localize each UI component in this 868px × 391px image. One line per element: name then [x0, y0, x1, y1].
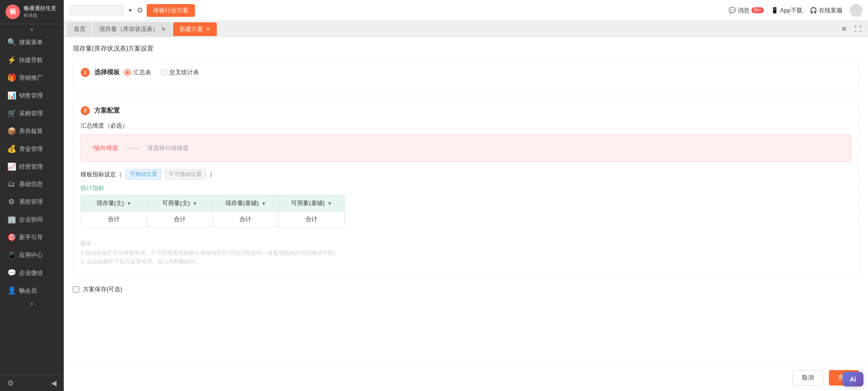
stats-col-chevron-2[interactable]: ▼ — [261, 201, 266, 206]
dimension-label: *纵向维度 — [92, 144, 118, 152]
section-choose-template: 1 选择模板 汇总表 交叉统计表 — [73, 60, 859, 91]
search-input[interactable] — [69, 5, 124, 16]
cancel-button[interactable]: 取消 — [792, 370, 823, 386]
topbar-right: 💬 消息 99+ 📱 App下载 🎧 在线客服 — [729, 4, 863, 17]
sidebar-label-enterprise-wechat: 企业微信 — [19, 269, 43, 277]
sidebar-item-app-center[interactable]: 📱应用中心 — [0, 246, 64, 264]
stats-data-cell-2: 合计 — [213, 211, 279, 227]
section2-header: 2 方案配置 — [81, 106, 851, 115]
sidebar-item-search-menu[interactable]: 🔍搜索菜单 — [0, 33, 64, 51]
topbar: ▼ ⚙ 体验行业方案 💬 消息 99+ 📱 App下载 🎧 在线客服 — [64, 0, 868, 21]
section1-header: 1 选择模板 汇总表 交叉统计表 — [81, 68, 851, 77]
sidebar-bottom: ⚙ ◀ — [0, 375, 64, 391]
stats-data-row: 合计合计合计合计 — [81, 211, 344, 227]
collapse-icon[interactable]: ◀ — [51, 379, 56, 387]
sidebar-icon-operations: 📈 — [7, 162, 15, 171]
sidebar-item-system[interactable]: ⚙系统管理 — [0, 193, 64, 211]
stats-data-cell-0: 合计 — [81, 211, 147, 227]
sidebar-label-sales: 销售管理 — [19, 92, 43, 100]
tab-home[interactable]: 首页 — [67, 22, 92, 36]
sidebar-scroll-down[interactable]: ▼ — [0, 299, 64, 309]
sidebar-label-finance: 资金管理 — [19, 145, 43, 153]
movable-badge: 可拖动位置 — [126, 169, 161, 180]
sidebar-item-purchase[interactable]: 🛒采购管理 — [0, 104, 64, 122]
stats-header-cell-3[interactable]: 可用量(基辅)▼ — [279, 196, 344, 211]
radio-summary[interactable]: 汇总表 — [124, 68, 151, 77]
sidebar-item-enterprise-wechat[interactable]: 💬企业微信 — [0, 264, 64, 282]
indicator-settings: 模板指标设定（ 可拖动位置 不可拖动位置 ） — [81, 169, 851, 180]
radio-cross-circle — [160, 69, 167, 76]
page-title: 现存量(库存状况表)方案设置 — [73, 45, 859, 53]
sidebar-icon-enterprise: 🏢 — [7, 215, 15, 224]
sidebar-label-basic-info: 基础信息 — [19, 180, 43, 188]
ai-float-button[interactable]: Ai — [842, 372, 863, 386]
sidebar-item-inventory[interactable]: 📦库存核算 — [0, 122, 64, 140]
sidebar-item-new-guide[interactable]: 🎯新手引导 — [0, 228, 64, 246]
stats-title: 统计指标 — [81, 184, 851, 192]
content-area: 现存量(库存状况表)方案设置 1 选择模板 汇总表 交叉统计表 — [64, 37, 868, 364]
section2-title: 方案配置 — [94, 107, 120, 115]
sidebar-icon-member: 👤 — [7, 286, 15, 295]
topbar-left: ▼ ⚙ 体验行业方案 — [69, 4, 725, 17]
tab-new-scheme[interactable]: 新建方案 ✕ — [173, 22, 217, 36]
sidebar-icon-basic-info: 🗂 — [7, 180, 15, 188]
sidebar-label-purchase: 采购管理 — [19, 109, 43, 118]
sidebar-scroll-up[interactable]: ▲ — [0, 24, 64, 33]
window-expand-icon[interactable]: ⛶ — [852, 24, 864, 34]
sidebar-item-basic-info[interactable]: 🗂基础信息 — [0, 175, 64, 193]
sidebar-icon-enterprise-wechat: 💬 — [7, 268, 15, 277]
online-service-btn[interactable]: 🎧 在线客服 — [810, 6, 842, 15]
sidebar-item-member[interactable]: 👤畅会员 — [0, 282, 64, 299]
save-checkbox[interactable] — [73, 286, 79, 293]
tab-inventory[interactable]: 现存量（库存状况表） ✕ — [93, 22, 172, 36]
dimension-box[interactable]: *纵向维度 —— 请选择分组维度 — [81, 134, 851, 162]
sidebar-item-marketing[interactable]: 🎁营销推广 — [0, 69, 64, 87]
sidebar-item-operations[interactable]: 📈经营管理 — [0, 158, 64, 175]
sidebar-label-operations: 经营管理 — [19, 163, 43, 171]
sidebar-label-new-guide: 新手引导 — [19, 233, 43, 242]
sidebar-icon-new-guide: 🎯 — [7, 233, 15, 242]
sidebar-label-marketing: 营销推广 — [19, 74, 43, 82]
sidebar-icon-quick-nav: ⚡ — [7, 56, 15, 64]
sidebar-icon-sales: 📊 — [7, 91, 15, 100]
stats-section: 统计指标 现存量(主)▼可用量(主)▼现存量(基辅)▼可用量(基辅)▼ 合计合计… — [81, 184, 851, 229]
sidebar-label-quick-nav: 快捷导航 — [19, 56, 43, 64]
stats-col-chevron-1[interactable]: ▼ — [193, 201, 197, 206]
sidebar-item-quick-nav[interactable]: ⚡快捷导航 — [0, 51, 64, 69]
tips-item-1: 1.拖动标题栏可以调整布局，不可跨维度或指标区域拖动栏目字段(只能在同一维度或指… — [81, 249, 851, 257]
dropdown-icon[interactable]: ▼ — [128, 7, 133, 14]
sidebar-icon-finance: 💰 — [7, 144, 15, 153]
sidebar-icon-inventory: 📦 — [7, 127, 15, 135]
fixed-badge: 不可拖动位置 — [165, 169, 206, 180]
sidebar-item-sales[interactable]: 📊销售管理 — [0, 87, 64, 104]
sidebar-item-enterprise[interactable]: 🏢企业协同 — [0, 211, 64, 228]
section-plan-config: 2 方案配置 汇总维度（必选） *纵向维度 —— 请选择分组维度 模板指标设定（… — [73, 98, 859, 278]
stats-col-chevron-3[interactable]: ▼ — [327, 201, 332, 206]
section1-title: 选择模板 — [94, 68, 120, 77]
messages-btn[interactable]: 💬 消息 99+ — [729, 6, 764, 15]
dimension-placeholder[interactable]: 请选择分组维度 — [147, 144, 189, 152]
stats-header-cell-0[interactable]: 现存量(主)▼ — [81, 196, 147, 211]
radio-cross[interactable]: 交叉统计表 — [160, 68, 199, 77]
config-label: 汇总维度（必选） — [81, 122, 851, 130]
window-close-icon[interactable]: ✕ — [838, 24, 850, 34]
topbar-gear-icon[interactable]: ⚙ — [137, 6, 143, 15]
tab-new-scheme-close[interactable]: ✕ — [206, 26, 210, 32]
sidebar-icon-search-menu: 🔍 — [7, 38, 15, 46]
sidebar-label-app-center: 应用中心 — [19, 251, 43, 259]
settings-icon[interactable]: ⚙ — [7, 379, 14, 387]
tab-inventory-close[interactable]: ✕ — [161, 26, 166, 32]
stats-header-cell-1[interactable]: 可用量(主)▼ — [147, 196, 213, 211]
section2-number: 2 — [81, 106, 90, 115]
sidebar-item-finance[interactable]: 💰资金管理 — [0, 140, 64, 158]
app-download-btn[interactable]: 📱 App下载 — [771, 6, 802, 15]
industry-btn[interactable]: 体验行业方案 — [147, 4, 195, 17]
sidebar-label-enterprise: 企业协同 — [19, 216, 43, 224]
main-area: ▼ ⚙ 体验行业方案 💬 消息 99+ 📱 App下载 🎧 在线客服 首页 — [64, 0, 868, 391]
tabbar: 首页 现存量（库存状况表） ✕ 新建方案 ✕ ✕ ⛶ — [64, 21, 868, 37]
stats-data-cell-3: 合计 — [279, 211, 344, 227]
template-radio-group: 汇总表 交叉统计表 — [124, 68, 199, 77]
stats-header-cell-2[interactable]: 现存量(基辅)▼ — [213, 196, 279, 211]
stats-col-chevron-0[interactable]: ▼ — [127, 201, 131, 206]
user-avatar[interactable] — [850, 4, 863, 17]
